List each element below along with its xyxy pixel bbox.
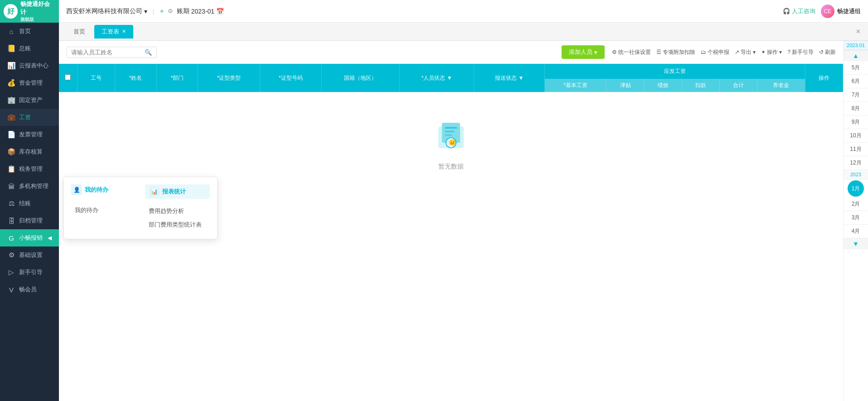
th-total: 合计 — [720, 79, 757, 92]
month-4[interactable]: 4月 — [844, 225, 868, 238]
th-bonus: 绩效 — [644, 79, 682, 92]
add-person-button[interactable]: 添加人员 ▾ — [562, 45, 605, 59]
avatar: CE — [821, 5, 834, 18]
month-9[interactable]: 9月 — [844, 116, 868, 129]
sidebar-item-archive[interactable]: 🗄 归档管理 — [0, 212, 59, 229]
sidebar-label-tax: 税务管理 — [19, 165, 43, 173]
month-scroll-up[interactable]: ▲ — [844, 50, 868, 61]
sidebar-item-funds[interactable]: 💰 资金管理 — [0, 74, 59, 92]
search-input[interactable] — [71, 49, 142, 56]
filter-icon-status[interactable]: ▼ — [447, 75, 452, 81]
search-box: 🔍 — [66, 47, 157, 58]
member-icon: V — [7, 286, 15, 294]
sidebar-item-member[interactable]: V 畅会员 — [0, 281, 59, 298]
sidebar-item-assets[interactable]: 🏢 固定资产 — [0, 92, 59, 109]
month-5[interactable]: 5月 — [844, 61, 868, 75]
month-1-active[interactable]: 1月 — [848, 180, 864, 197]
refresh-btn[interactable]: ↺ 刷新 — [819, 48, 836, 56]
todo-label: 我的待办 — [75, 207, 98, 213]
month-scroll-down[interactable]: ▼ — [844, 238, 868, 249]
sidebar-item-settlement[interactable]: ⚖ 结账 — [0, 195, 59, 212]
sidebar-item-salary[interactable]: 💼 工资 — [0, 109, 59, 126]
select-all-checkbox[interactable] — [65, 74, 71, 80]
tab-salary[interactable]: 工资表 ✕ — [94, 25, 133, 39]
th-base-salary: *基本工资 — [545, 79, 606, 92]
logo-icon: 好 — [4, 4, 18, 19]
company-name-text: 西安虾米网络科技有限公司 — [66, 7, 142, 15]
headset-icon: 🎧 — [783, 8, 790, 14]
popup-item-dept-stats[interactable]: 部门费用类型统计表 — [145, 218, 210, 232]
toolbar: 🔍 添加人员 ▾ ⚙ 统一社保设置 ☰ 专项附加扣除 — [59, 41, 843, 64]
assets-icon: 🏢 — [7, 96, 15, 104]
tab-close-icon[interactable]: ✕ — [122, 29, 126, 34]
multi-icon: 🏛 — [7, 183, 15, 190]
svg-rect-4 — [445, 135, 452, 136]
sidebar-label-assets: 固定资产 — [19, 96, 43, 104]
add-company-icon[interactable]: + — [160, 7, 164, 15]
guide-btn[interactable]: ? 新手引导 — [787, 48, 814, 56]
month-7[interactable]: 7月 — [844, 88, 868, 102]
funds-icon: 💰 — [7, 79, 15, 87]
th-ops: 操作 — [805, 64, 843, 92]
sidebar-item-reports[interactable]: 📊 云报表中心 — [0, 57, 59, 74]
company-selector[interactable]: 西安虾米网络科技有限公司 ▾ — [66, 7, 147, 15]
dept-stats-label: 部门费用类型统计表 — [149, 221, 202, 228]
month-panel: 2023.01 ▲ 5月 6月 7月 8月 9月 10月 11月 12月 202… — [843, 41, 868, 401]
period-display[interactable]: 账期 2023-01 📅 — [177, 7, 224, 15]
month-11[interactable]: 11月 — [844, 143, 868, 156]
tab-home[interactable]: 首页 — [66, 25, 92, 39]
month-3[interactable]: 3月 — [844, 211, 868, 225]
sidebar-label-inventory: 库存核算 — [19, 148, 43, 156]
popup-item-todo[interactable]: 我的待办 — [71, 203, 136, 217]
tax-report-btn[interactable]: 🗂 个税申报 — [701, 48, 729, 56]
th-deduct: 扣款 — [682, 79, 719, 92]
social-insurance-btn[interactable]: ⚙ 统一社保设置 — [612, 48, 651, 56]
reports-icon: 📊 — [7, 62, 15, 70]
month-12[interactable]: 12月 — [844, 156, 868, 170]
special-deduction-btn[interactable]: ☰ 专项附加扣除 — [656, 48, 695, 56]
empty-text: 暂无数据 — [438, 163, 464, 171]
sidebar-item-invoices[interactable]: 📄 发票管理 — [0, 126, 59, 143]
filter-icon-report[interactable]: ▼ — [518, 75, 524, 81]
popup-col-2: 📊 报表统计 费用趋势分析 部门费用类型统计表 — [145, 184, 210, 232]
stats-icon: 📊 — [149, 186, 160, 197]
th-pension: 养老金 — [757, 79, 805, 92]
sidebar-item-tax[interactable]: 📋 税务管理 — [0, 160, 59, 178]
period-value: 2023-01 — [191, 8, 214, 15]
popup-menu: 👤 我的待办 我的待办 📊 报表统计 费用趋势分析 部门费用类型统计表 — [63, 177, 218, 239]
sidebar-item-multi[interactable]: 🏛 多机构管理 — [0, 178, 59, 195]
sidebar-label-reports: 云报表中心 — [19, 62, 48, 70]
tax-icon: 📋 — [7, 165, 15, 173]
sidebar-item-xiaochang[interactable]: G 小畅报销 ◀ — [0, 229, 59, 246]
operations-btn[interactable]: ✦ 操作 ▾ — [761, 48, 782, 56]
popup-col1-title: 👤 我的待办 — [71, 184, 136, 198]
search-icon[interactable]: 🔍 — [145, 49, 152, 56]
th-id: 工号 — [77, 64, 115, 92]
refresh-icon: ↺ — [819, 49, 824, 55]
sidebar-item-home[interactable]: ⌂ 首页 — [0, 23, 59, 40]
settlement-icon: ⚖ — [7, 199, 15, 208]
tab-close-all[interactable]: ✕ — [856, 28, 861, 35]
popup-col1-label: 我的待办 — [85, 186, 108, 194]
sidebar-item-settings[interactable]: ⚙ 基础设置 — [0, 246, 59, 264]
month-2[interactable]: 2月 — [844, 198, 868, 211]
special-deduction-label: 专项附加扣除 — [663, 48, 695, 56]
sidebar-item-inventory[interactable]: 📦 库存核算 — [0, 143, 59, 160]
sidebar-item-guide[interactable]: ▷ 新手引导 — [0, 264, 59, 281]
operations-label: 操作 — [767, 48, 778, 56]
operations-icon: ✦ — [761, 49, 766, 55]
popup-item-trend[interactable]: 费用趋势分析 — [145, 204, 210, 218]
settings-gear-icon[interactable]: ⚙ — [168, 8, 173, 14]
month-8[interactable]: 8月 — [844, 102, 868, 116]
svg-text:😐: 😐 — [449, 139, 456, 146]
tax-report-icon: 🗂 — [701, 49, 706, 55]
month-6[interactable]: 6月 — [844, 75, 868, 88]
user-info[interactable]: CE 畅捷通组 — [821, 5, 861, 18]
company-dropdown-icon: ▾ — [144, 8, 147, 15]
home-icon: ⌂ — [7, 28, 15, 35]
month-10[interactable]: 10月 — [844, 129, 868, 143]
sidebar-item-ledger[interactable]: 📒 总账 — [0, 40, 59, 57]
sidebar-label-ledger: 总账 — [19, 44, 31, 53]
service-button[interactable]: 🎧 人工咨询 — [783, 7, 815, 15]
export-btn[interactable]: ↗ 导出 ▾ — [735, 48, 756, 56]
